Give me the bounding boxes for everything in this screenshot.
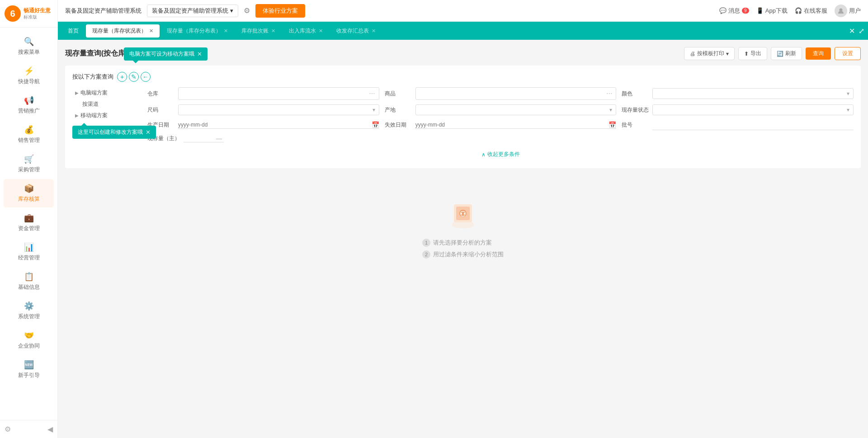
filter-panel: 按以下方案查询 + ✎ ← 电脑方案可设为移动方案哦 ✕ [65,66,861,168]
tab-inventory-status[interactable]: 现存量（库存状况表） ✕ [86,24,160,38]
maximize-icon[interactable]: ⤢ [859,27,864,35]
chevron-up-icon: ∧ [481,151,486,158]
color-select[interactable]: ▾ [652,88,854,99]
page-actions: 🖨 按模板打印 ▾ ⬆ 导出 🔄 刷新 查询 设置 [684,47,861,60]
sidebar-item-quick[interactable]: ⚡快捷导航 [4,61,54,90]
edit-scheme-btn[interactable]: ✎ [129,72,139,82]
export-btn[interactable]: ⬆ 导出 [738,47,767,60]
system-selector[interactable]: 装备及固定资产辅助管理系统 ▾ [147,5,238,17]
produce-date-input[interactable]: 📅 [178,121,379,129]
filter-fields: 仓库 ··· 商品 ··· [147,87,854,162]
refresh-btn[interactable]: 🔄 刷新 [771,47,802,60]
tooltip1-close[interactable]: ✕ [197,51,202,57]
empty-text: 1 请先选择要分析的方案 2 用过滤条件来缩小分析范围 [422,239,504,259]
size-select-arrow: ▾ [373,107,375,113]
tab-batch-close[interactable]: ✕ [271,28,275,34]
filter-row-3: 生产日期 📅 失效日期 📅 [147,120,854,130]
collapse-sidebar-icon[interactable]: ◀ [47,425,53,433]
sidebar-label-search: 搜索菜单 [18,48,40,56]
tab-inventory-dist-close[interactable]: ✕ [224,28,228,34]
back-btn[interactable]: ← [141,72,151,82]
batch-input[interactable] [652,120,854,130]
sales-icon: 💰 [24,125,34,135]
add-scheme-btn[interactable]: + [117,72,127,82]
tooltip-create-scheme: 这里可以创建和修改方案哦 ✕ [72,126,156,139]
purchase-icon: 🛒 [24,154,34,164]
tab-inventory-status-close[interactable]: ✕ [149,28,153,34]
sidebar-bottom: ⚙ ◀ [0,420,57,438]
query-btn[interactable]: 查询 [806,47,831,60]
settings-icon[interactable]: ⚙ [5,425,11,433]
sidebar-item-guide[interactable]: 🆕新手引导 [4,355,54,384]
close-all-tabs-icon[interactable]: ✕ [849,27,855,35]
tab-inout[interactable]: 出入库流水 ✕ [283,24,329,38]
warehouse-dots[interactable]: ··· [369,89,375,98]
message-btn[interactable]: 💬 消息 9 [719,7,749,15]
expire-date-label: 失效日期 [385,121,412,129]
sidebar-item-purchase[interactable]: 🛒采购管理 [4,150,54,178]
scheme-desktop-arrow: ▶ [75,90,79,95]
scheme-desktop-label: 电脑端方案 [80,89,108,97]
collapse-btn[interactable]: ∧ 收起更多条件 [147,147,854,162]
sidebar-item-marketing[interactable]: 📢营销推广 [4,91,54,119]
expire-date-input[interactable]: 📅 [415,121,617,129]
goods-dots[interactable]: ··· [606,89,612,98]
page-content: 现存量查询(按仓库+商品) 🖨 按模板打印 ▾ ⬆ 导出 🔄 刷新 [58,40,868,438]
sidebar-item-basic[interactable]: 📋基础信息 [4,267,54,296]
settings-query-btn[interactable]: 设置 [835,47,861,60]
sidebar-item-system[interactable]: ⚙️系统管理 [4,297,54,325]
size-select[interactable]: ▾ [178,104,379,115]
sidebar-item-finance[interactable]: 💼资金管理 [4,208,54,237]
sidebar-item-search[interactable]: 🔍搜索菜单 [4,32,54,61]
expire-date-calendar-icon[interactable]: 📅 [609,121,616,128]
tab-home[interactable]: 首页 [61,24,85,38]
tab-bar: 首页 现存量（库存状况表） ✕ 现存量（库存分布表） ✕ 库存批次账 ✕ 出入库… [58,22,868,40]
sidebar-item-sales[interactable]: 💰销售管理 [4,120,54,149]
tab-inout-close[interactable]: ✕ [319,28,323,34]
user-btn[interactable]: 用户 [835,5,861,17]
filter-color: 颜色 ▾ [622,87,854,100]
sidebar: 6 畅通好生意 标准版 🔍搜索菜单⚡快捷导航📢营销推广💰销售管理🛒采购管理📦库存… [0,0,58,438]
stock-qty-min[interactable] [184,135,211,141]
scheme-mobile-arrow: ▶ [75,113,79,118]
industry-btn[interactable]: 体验行业方案 [255,4,305,18]
sidebar-item-enterprise[interactable]: 🤝企业协同 [4,326,54,354]
goods-input[interactable]: ··· [415,87,617,100]
filter-row-1: 仓库 ··· 商品 ··· [147,87,854,100]
warehouse-input[interactable]: ··· [178,87,379,100]
stock-status-select[interactable]: ▾ [652,104,854,115]
stock-qty-dash: — [216,135,222,142]
tab-collect-close[interactable]: ✕ [372,28,376,34]
scheme-mobile[interactable]: ▶ 移动端方案 [72,110,140,121]
header-gear-icon[interactable]: ⚙ [244,6,250,15]
tooltip2-close[interactable]: ✕ [146,129,151,136]
filter-row-2: 尺码 ▾ 产地 ▾ [147,104,854,115]
tooltip-scheme-mobile: 电脑方案可设为移动方案哦 ✕ [124,47,208,61]
stock-qty-range[interactable]: — [184,135,224,142]
print-btn[interactable]: 🖨 按模板打印 ▾ [684,47,735,60]
nav-items: 🔍搜索菜单⚡快捷导航📢营销推广💰销售管理🛒采购管理📦库存核算💼资金管理📊经营管理… [0,28,57,420]
filter-stock-qty: 现存量（主） — [147,135,224,142]
produce-date-calendar-icon[interactable]: 📅 [372,121,379,128]
sidebar-logo: 6 畅通好生意 标准版 [0,0,57,28]
sidebar-item-inventory[interactable]: 📦库存核算 [4,179,54,207]
produce-date-field[interactable] [178,122,370,128]
message-icon: 💬 [719,7,726,14]
content-inner: 现存量查询(按仓库+商品) 🖨 按模板打印 ▾ ⬆ 导出 🔄 刷新 [58,40,868,293]
headset-icon: 🎧 [795,7,802,14]
tab-collect[interactable]: 收发存汇总表 ✕ [330,24,382,38]
tab-batch[interactable]: 库存批次账 ✕ [235,24,282,38]
tab-inventory-dist[interactable]: 现存量（库存分布表） ✕ [160,24,234,38]
online-support-btn[interactable]: 🎧 在线客服 [795,7,827,15]
expire-date-field[interactable] [415,122,607,128]
app-download-btn[interactable]: 📱 App下载 [756,7,788,15]
quick-icon: ⚡ [24,66,34,76]
sidebar-item-operations[interactable]: 📊经营管理 [4,238,54,266]
scheme-desktop[interactable]: ▶ 电脑端方案 [72,87,140,99]
origin-select[interactable]: ▾ [415,104,617,115]
color-label: 颜色 [622,90,649,98]
sidebar-label-finance: 资金管理 [18,225,40,232]
filter-produce-date: 生产日期 📅 [147,120,379,130]
sidebar-label-system: 系统管理 [18,313,40,320]
scheme-channel[interactable]: 按渠道 [80,99,140,110]
